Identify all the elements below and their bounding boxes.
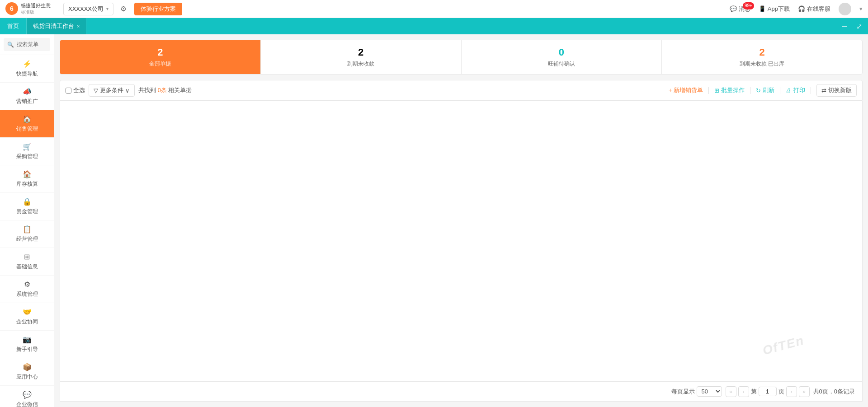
main-layout: 🔍 搜索菜单 ⚡ 快捷导航 📣 营销推广 🏠 销售管理 🛒 采购管理 🏠 库存核… — [0, 34, 868, 407]
per-page-label: 每页显示 — [671, 388, 695, 396]
stats-row: 2 全部单据 2 到期未收款 0 旺辅待确认 2 到期未收款 已出库 — [60, 40, 863, 75]
sidebar-item-guide[interactable]: 📷 新手引导 — [0, 331, 54, 358]
guide-icon: 📷 — [23, 335, 32, 344]
switch-label: 切换新版 — [828, 86, 852, 94]
first-page-button[interactable]: « — [726, 386, 736, 397]
logo-text: 畅捷通好生意 — [21, 2, 51, 9]
sidebar-item-finance[interactable]: 🔒 资金管理 — [0, 193, 54, 220]
headset-icon: 🎧 — [798, 5, 805, 12]
prev-page-button[interactable]: ‹ — [738, 386, 749, 397]
add-sales-order-button[interactable]: + 新增销货单 — [669, 86, 703, 94]
stat-card-overdue-out[interactable]: 2 到期未收款 已出库 — [662, 40, 862, 74]
per-page-selector[interactable]: 50 100 200 — [697, 386, 722, 397]
search-icon: 🔍 — [7, 42, 14, 48]
sidebar-item-inventory[interactable]: 🏠 库存核算 — [0, 165, 54, 193]
sidebar-item-label: 经营管理 — [16, 235, 38, 243]
sidebar-item-quick-nav[interactable]: ⚡ 快捷导航 — [0, 55, 54, 83]
online-service-item[interactable]: 🎧 在线客服 — [798, 5, 830, 13]
sales-icon: 🏠 — [23, 115, 32, 123]
sidebar-item-label: 库存核算 — [16, 180, 38, 188]
sidebar-item-wechat[interactable]: 💬 企业微信 — [0, 386, 54, 407]
sidebar-item-label: 营销推广 — [16, 98, 38, 105]
toolbar-left: 全选 ▽ 更多条件 ∨ 共找到 0条 相关单据 — [66, 84, 192, 97]
stat-count-overdue: 2 — [358, 47, 363, 58]
tab-home[interactable]: 首页 — [0, 18, 27, 34]
stat-label-overdue: 到期未收款 — [347, 60, 374, 68]
logo-area: 6 畅捷通好生意 标准版 — [5, 2, 60, 15]
stat-label-all: 全部单据 — [149, 60, 171, 68]
table-area — [60, 101, 863, 382]
sidebar-item-cooperation[interactable]: 🤝 企业协同 — [0, 303, 54, 331]
select-all-input[interactable] — [66, 88, 71, 94]
trial-button[interactable]: 体验行业方案 — [134, 3, 182, 15]
page-nav: « ‹ 第 页 › » — [726, 386, 810, 397]
user-avatar[interactable] — [839, 3, 851, 15]
search-menu-button[interactable]: 🔍 搜索菜单 — [4, 38, 50, 51]
message-item[interactable]: 💬 消息 99+ — [730, 5, 750, 13]
sidebar-item-marketing[interactable]: 📣 营销推广 — [0, 83, 54, 110]
filter-button[interactable]: ▽ 更多条件 ∨ — [89, 84, 135, 97]
print-button[interactable]: 🖨 打印 — [786, 86, 805, 94]
user-name-area[interactable]: ▾ — [859, 5, 863, 12]
inventory-icon: 🏠 — [23, 170, 32, 178]
tab-close-icon[interactable]: × — [77, 23, 80, 29]
stat-card-overdue[interactable]: 2 到期未收款 — [261, 40, 462, 74]
page-label: 第 — [751, 388, 757, 396]
logo-text-block: 畅捷通好生意 标准版 — [21, 2, 51, 15]
select-all-checkbox[interactable]: 全选 — [66, 86, 85, 94]
company-chevron-icon: ▾ — [106, 6, 108, 11]
sidebar-item-label: 基础信息 — [16, 263, 38, 271]
stat-card-all[interactable]: 2 全部单据 — [60, 40, 261, 74]
quick-nav-icon: ⚡ — [23, 60, 32, 68]
settings-button[interactable]: ⚙ — [117, 3, 130, 15]
sidebar-item-label: 采购管理 — [16, 153, 38, 160]
batch-operation-button[interactable]: ⊞ 批量操作 — [714, 86, 745, 94]
current-page-input[interactable] — [759, 387, 777, 396]
app-download-icon: 📱 — [759, 5, 766, 12]
filter-label: 更多条件 — [100, 86, 123, 94]
cooperation-icon: 🤝 — [23, 308, 32, 316]
wechat-icon: 💬 — [23, 390, 32, 399]
online-service-label: 在线客服 — [807, 5, 830, 13]
sidebar-item-label: 企业协同 — [16, 318, 38, 326]
print-icon: 🖨 — [786, 87, 792, 94]
sidebar-item-sales[interactable]: 🏠 销售管理 — [0, 110, 54, 138]
stat-count-wangwang: 0 — [559, 47, 564, 58]
found-count: 0条 — [158, 87, 167, 94]
top-bar: 6 畅捷通好生意 标准版 XXXXXX公司 ▾ ⚙ 体验行业方案 💬 消息 99… — [0, 0, 868, 18]
tab-bar: 首页 钱货日清工作台 × ─ ⤢ — [0, 18, 868, 34]
last-page-button[interactable]: » — [799, 386, 810, 397]
tab-bar-right: ─ ⤢ — [839, 18, 868, 34]
app-download-item[interactable]: 📱 App下载 — [759, 5, 790, 13]
pagination-bar: 每页显示 50 100 200 « ‹ 第 页 › » 共0页，0条记录 — [60, 382, 863, 402]
tab-minimize-button[interactable]: ─ — [839, 21, 850, 32]
sidebar-item-system[interactable]: ⚙ 系统管理 — [0, 276, 54, 303]
switch-version-button[interactable]: ⇄ 切换新版 — [816, 84, 857, 97]
filter-chevron-icon: ∨ — [125, 87, 130, 94]
refresh-button[interactable]: ↻ 刷新 — [756, 86, 774, 94]
sidebar-item-operations[interactable]: 📋 经营管理 — [0, 220, 54, 248]
next-page-button[interactable]: › — [786, 386, 797, 397]
select-all-label: 全选 — [73, 86, 85, 94]
tab-qianhuoriqing[interactable]: 钱货日清工作台 × — [27, 18, 86, 34]
message-icon: 💬 — [730, 5, 737, 12]
sidebar-item-label: 销售管理 — [16, 125, 38, 133]
company-selector[interactable]: XXXXXX公司 ▾ — [63, 3, 113, 15]
found-text: 共找到 0条 相关单据 — [138, 86, 192, 94]
sidebar-item-purchase[interactable]: 🛒 采购管理 — [0, 138, 54, 165]
sidebar-item-basic-info[interactable]: ⊞ 基础信息 — [0, 248, 54, 276]
refresh-icon: ↻ — [756, 87, 761, 94]
content-inner: 2 全部单据 2 到期未收款 0 旺辅待确认 2 到期未收款 已出库 — [54, 34, 868, 407]
stat-count-all: 2 — [157, 47, 163, 58]
toolbar: 全选 ▽ 更多条件 ∨ 共找到 0条 相关单据 + 新增销货单 — [60, 80, 863, 101]
found-prefix: 共找到 — [138, 87, 156, 94]
stat-card-wangwang[interactable]: 0 旺辅待确认 — [462, 40, 662, 74]
divider — [708, 87, 709, 94]
sidebar-item-label: 企业微信 — [16, 401, 38, 407]
sidebar-item-app-center[interactable]: 📦 应用中心 — [0, 358, 54, 386]
top-bar-right: 💬 消息 99+ 📱 App下载 🎧 在线客服 ▾ — [730, 3, 863, 15]
toolbar-right: + 新增销货单 ⊞ 批量操作 ↻ 刷新 🖨 打印 — [669, 84, 857, 97]
user-chevron-icon: ▾ — [859, 5, 863, 12]
system-icon: ⚙ — [24, 280, 30, 289]
tab-maximize-button[interactable]: ⤢ — [854, 21, 864, 32]
